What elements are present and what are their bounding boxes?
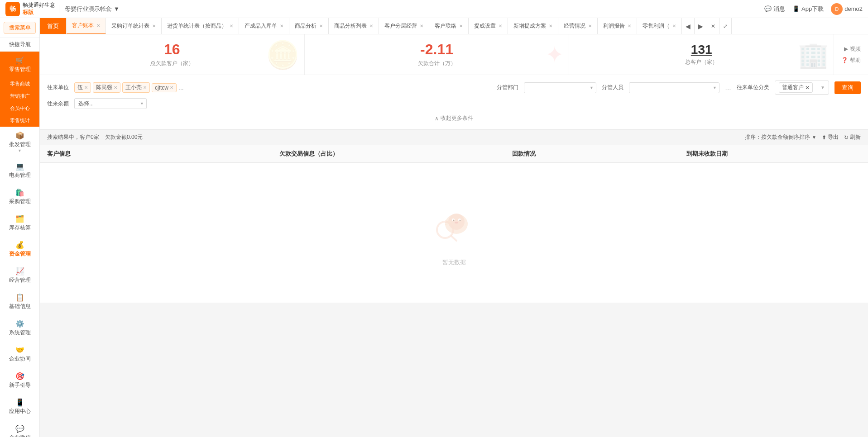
wechat-icon: 💬 (15, 424, 24, 433)
filter-tag-3[interactable]: 王小亮 ✕ (122, 82, 150, 93)
chevron-down-icon: ▼ (820, 85, 825, 90)
tab-home[interactable]: 首页 (40, 18, 67, 34)
sort-label-text: 排序：按欠款金额倒序排序 (745, 133, 810, 141)
tab-close-icon[interactable]: ✕ (588, 24, 592, 28)
user-profile[interactable]: D demo2 (831, 3, 863, 15)
tab-close-icon[interactable]: ✕ (319, 24, 323, 28)
logo-icon: 畅 (5, 2, 20, 16)
tab-goods-analysis[interactable]: 商品分析 ✕ (289, 18, 329, 34)
message-button[interactable]: 💬 消息 (764, 5, 785, 13)
tab-close-icon[interactable]: ✕ (230, 24, 233, 28)
sidebar-item-retail-stats[interactable]: 零售统计 (0, 114, 39, 127)
tag-close-icon[interactable]: ✕ (170, 85, 173, 90)
tab-maximize[interactable]: ⤢ (719, 18, 732, 34)
tab-scroll-left[interactable]: ◀ (682, 18, 695, 34)
content-area: 🪙 16 总欠款客户（家） ✦ -2.11 欠款合计（万） 🏢 131 总客户（… (40, 34, 868, 437)
sidebar-item-enterprise[interactable]: 🤝 企业协同 (0, 341, 39, 367)
export-button[interactable]: ⬆ 导出 (822, 133, 839, 141)
sidebar-item-retail-mall[interactable]: 零售商城 (0, 78, 39, 90)
tab-purchase-order-stats[interactable]: 采购订单统计表 ✕ (106, 18, 162, 34)
sidebar-item-inventory[interactable]: 🗂️ 库存核算 (0, 210, 39, 236)
sidebar-item-marketing[interactable]: 营销推广 (0, 90, 39, 102)
manager-select[interactable] (629, 82, 719, 93)
system-icon: ⚙️ (15, 319, 24, 328)
tag-close-icon[interactable]: ✕ (84, 85, 88, 90)
sidebar-item-ecommerce[interactable]: 💻 电商管理 (0, 157, 39, 184)
tag-close-icon[interactable]: ✕ (114, 85, 117, 90)
search-menu-button[interactable]: 搜索菜单 (4, 22, 36, 34)
sidebar-item-newbie[interactable]: 🎯 新手引导 (0, 367, 39, 394)
sidebar-item-app-center[interactable]: 📱 应用中心 (0, 394, 39, 420)
sidebar-item-wholesale[interactable]: 📦 批发管理 ▼ (0, 127, 39, 157)
sidebar-item-retail-mgmt[interactable]: 🛒 零售管理 (0, 52, 39, 78)
stat-bg-icon-amount: ✦ (545, 42, 564, 68)
tab-close-icon[interactable]: ✕ (96, 23, 100, 28)
collapse-button[interactable]: ∧ 收起更多条件 (433, 113, 475, 124)
filter-tag-1[interactable]: 伍 ✕ (74, 82, 91, 93)
tab-accounts-receivable[interactable]: 客户账本 ✕ (67, 18, 106, 34)
balance-select[interactable]: 选择... (74, 98, 147, 109)
tab-close-icon[interactable]: ✕ (280, 24, 283, 28)
tab-new-achievement[interactable]: 新增提成方案 ✕ (508, 18, 558, 34)
manager-more-icon[interactable]: … (725, 84, 731, 91)
tab-close-icon[interactable]: ✕ (420, 24, 423, 28)
manager-select-wrap (629, 82, 719, 93)
help-button[interactable]: ❓ 帮助 (841, 57, 861, 64)
tab-close-icon[interactable]: ✕ (628, 24, 631, 28)
tab-product-inbound[interactable]: 产成品入库单 ✕ (239, 18, 289, 34)
filter-tag-4[interactable]: cjttcw ✕ (152, 83, 177, 92)
tab-scroll-right[interactable]: ▶ (695, 18, 707, 34)
tab-retail-profit[interactable]: 零售利润（ ✕ (637, 18, 682, 34)
tab-close-all[interactable]: ✕ (707, 18, 719, 34)
tab-goods-analysis-list[interactable]: 商品分析列表 ✕ (329, 18, 379, 34)
sidebar-item-system[interactable]: ⚙️ 系统管理 (0, 315, 39, 341)
tab-close-icon[interactable]: ✕ (152, 24, 156, 28)
stat-total-customers-label: 总客户（家） (685, 58, 718, 66)
workspace-selector[interactable]: 母婴行业演示帐套 ▼ (59, 5, 120, 13)
tab-close-icon[interactable]: ✕ (369, 24, 373, 28)
app-center-icon: 📱 (15, 398, 24, 407)
logo-area: 畅 畅捷通好生意 标版 (5, 2, 55, 16)
tab-customer-contact[interactable]: 客户联络 ✕ (429, 18, 469, 34)
tab-customer-segment[interactable]: 客户分层经营 ✕ (379, 18, 429, 34)
sidebar-item-finance[interactable]: 💰 资金管理 (0, 236, 39, 262)
sort-select[interactable]: 排序：按欠款金额倒序排序 ▼ (745, 133, 816, 141)
filter-more-icon[interactable]: ... (178, 84, 184, 91)
results-bar-right: 排序：按欠款金额倒序排序 ▼ ⬆ 导出 ↻ 刷新 (745, 133, 861, 141)
app-download-button[interactable]: 📱 App下载 (792, 5, 824, 13)
tab-profit-report[interactable]: 利润报告 ✕ (598, 18, 637, 34)
tab-close-icon[interactable]: ✕ (672, 24, 676, 28)
tab-operations-status[interactable]: 经营情况 ✕ (558, 18, 598, 34)
sidebar-item-members[interactable]: 会员中心 (0, 102, 39, 114)
dept-select[interactable] (524, 82, 596, 93)
tag-close-icon[interactable]: ✕ (805, 85, 810, 91)
tab-close-icon[interactable]: ✕ (549, 24, 552, 28)
unit-category-select[interactable]: 普通客户 ✕ ▼ (775, 81, 829, 95)
stat-total-customers-value[interactable]: 131 (691, 43, 712, 57)
col-credit-info: 欠款交易信息（占比） (279, 150, 512, 158)
refresh-button[interactable]: ↻ 刷新 (844, 133, 861, 141)
tab-close-icon[interactable]: ✕ (499, 24, 502, 28)
sidebar-item-ent-wechat[interactable]: 💬 企业微信 (0, 420, 39, 437)
balance-label: 往来余额 (47, 100, 69, 108)
sidebar-item-purchase[interactable]: 🛍️ 采购管理 (0, 184, 39, 210)
finance-icon: 💰 (15, 241, 24, 249)
video-button[interactable]: ▶ 视频 (844, 45, 861, 53)
svg-point-6 (455, 222, 458, 223)
filter-row-1: 往来单位 伍 ✕ 陈民强 ✕ 王小亮 ✕ (47, 81, 861, 95)
tab-close-icon[interactable]: ✕ (459, 24, 463, 28)
help-icon: ❓ (841, 57, 848, 63)
tag-close-icon[interactable]: ✕ (143, 85, 147, 90)
filter-row-2: 往来余额 选择... (47, 98, 861, 109)
stat-credit-customers-value: 16 (164, 42, 180, 57)
tab-reminder-settings[interactable]: 提成设置 ✕ (469, 18, 508, 34)
empty-icon (432, 199, 477, 253)
sidebar-item-operations[interactable]: 📈 经营管理 (0, 262, 39, 289)
unit-category-tag[interactable]: 普通客户 ✕ (779, 82, 813, 93)
sidebar-item-basic-info[interactable]: 📋 基础信息 (0, 289, 39, 315)
ecommerce-icon: 💻 (15, 162, 24, 171)
tab-goods-inbound-stats[interactable]: 进货单统计表（按商品） ✕ (162, 18, 239, 34)
filter-tag-2[interactable]: 陈民强 ✕ (93, 82, 120, 93)
quick-nav-button[interactable]: 快捷导航 (0, 38, 39, 52)
query-button[interactable]: 查询 (834, 81, 861, 94)
